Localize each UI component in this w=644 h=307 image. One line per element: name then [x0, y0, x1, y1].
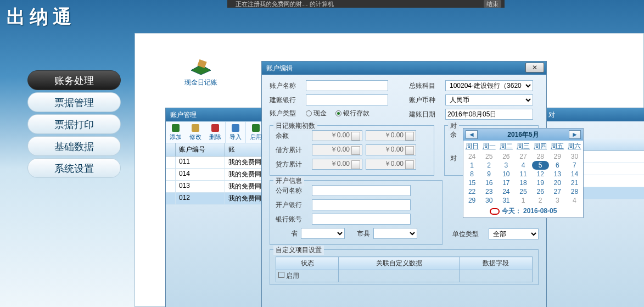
- calendar-day[interactable]: 16: [480, 178, 497, 187]
- window-reconcile-title-text: 对: [548, 111, 555, 119]
- cf-col-status: 状态: [276, 257, 339, 270]
- toolbar-添加[interactable]: 添加: [166, 122, 186, 143]
- calendar-day[interactable]: 4: [566, 196, 583, 205]
- calendar-day[interactable]: 26: [497, 152, 514, 161]
- account-name-label: 账户名称: [270, 81, 303, 91]
- calendar-day[interactable]: 20: [549, 178, 566, 187]
- radio-cash-label: 现金: [313, 109, 327, 118]
- topbar-text: 正在注册我的免费网的财… 的计算机: [236, 0, 334, 8]
- date-input[interactable]: [445, 109, 533, 120]
- calendar-day[interactable]: 8: [463, 170, 480, 178]
- calendar-day[interactable]: 31: [497, 196, 514, 205]
- calendar-day[interactable]: 12: [532, 170, 549, 178]
- calendar-day[interactable]: 2: [532, 196, 549, 205]
- calendar-day[interactable]: 13: [549, 170, 566, 178]
- calendar-weekday: 周六: [566, 141, 583, 152]
- ledger-icon: [190, 58, 212, 75]
- calendar-today-value: 2016-08-05: [523, 207, 557, 215]
- calendar-day[interactable]: 25: [480, 152, 497, 161]
- browser-topbar: 正在注册我的免费网的财… 的计算机 结束: [227, 0, 505, 8]
- window-account-edit-title-text: 账户编辑: [266, 64, 293, 72]
- topbar-end-button[interactable]: 结束: [484, 0, 501, 8]
- nav-item-1[interactable]: 票据管理: [27, 92, 121, 112]
- nav-item-2[interactable]: 票据打印: [27, 114, 121, 134]
- account-name-input[interactable]: [306, 80, 388, 91]
- calendar-day[interactable]: 9: [480, 170, 497, 178]
- calendar-day[interactable]: 6: [549, 161, 566, 170]
- col-account-no[interactable]: 账户编号: [176, 143, 225, 157]
- bank-input[interactable]: [312, 199, 411, 210]
- calendar-day[interactable]: 28: [566, 187, 583, 196]
- calendar-day[interactable]: 1: [514, 196, 531, 205]
- radio-cash[interactable]: 现金: [306, 109, 327, 118]
- bank-no-label: 银行账号: [276, 215, 309, 224]
- calendar-day[interactable]: 3: [549, 196, 566, 205]
- date-label: 建账日期: [409, 110, 442, 119]
- nav-item-0[interactable]: 账务处理: [27, 70, 121, 90]
- calendar-day[interactable]: 3: [497, 161, 514, 170]
- calendar-day[interactable]: 7: [566, 161, 583, 170]
- calendar-day[interactable]: 5: [532, 161, 549, 170]
- calendar-day[interactable]: 23: [480, 187, 497, 196]
- subject-select[interactable]: 100204-建设银行（3620）: [445, 80, 533, 91]
- cf-col-field: 数据字段: [460, 257, 533, 270]
- calendar-day[interactable]: 11: [514, 170, 531, 178]
- desk-icon-label: 现金日记账: [184, 79, 217, 86]
- calendar-day[interactable]: 24: [463, 152, 480, 161]
- calendar-day[interactable]: 28: [532, 152, 549, 161]
- calendar-day[interactable]: 30: [566, 152, 583, 161]
- toolbar-修改[interactable]: 修改: [186, 122, 205, 143]
- toolbar-导入[interactable]: 导入: [226, 122, 245, 143]
- open-bank-input[interactable]: [306, 94, 388, 105]
- credit-amt2: ￥0.00: [366, 159, 416, 170]
- calendar-day[interactable]: 15: [463, 178, 480, 187]
- custom-fields-title: 自定义项目设置: [273, 245, 324, 255]
- calendar-day[interactable]: 1: [463, 161, 480, 170]
- calendar-today-link[interactable]: 今天： 2016-08-05: [463, 205, 583, 217]
- calendar-day[interactable]: 27: [514, 152, 531, 161]
- nav-item-3[interactable]: 基础数据: [27, 136, 121, 156]
- calendar-day[interactable]: 17: [497, 178, 514, 187]
- province-select[interactable]: [301, 228, 345, 239]
- cf-col-link: 关联自定义数据: [339, 257, 460, 270]
- calendar-prev-button[interactable]: ◄: [466, 130, 478, 139]
- nav-item-4[interactable]: 系统设置: [27, 158, 121, 178]
- calendar-day[interactable]: 25: [514, 187, 531, 196]
- currency-select[interactable]: 人民币: [445, 94, 533, 105]
- rec-group-title: 对: [448, 121, 459, 131]
- calendar-day[interactable]: 14: [566, 170, 583, 178]
- calendar-day[interactable]: 24: [497, 187, 514, 196]
- checkbox-enable[interactable]: [278, 272, 284, 278]
- calendar-weekday: 周五: [549, 141, 566, 152]
- calendar-day[interactable]: 21: [566, 178, 583, 187]
- calendar-day[interactable]: 30: [480, 196, 497, 205]
- calendar-day[interactable]: 29: [549, 152, 566, 161]
- company-input[interactable]: [312, 185, 411, 196]
- balance-amt[interactable]: ￥0.00: [312, 130, 362, 141]
- debit-label: 借方累计: [276, 146, 309, 155]
- calendar-day[interactable]: 2: [480, 161, 497, 170]
- credit-amt[interactable]: ￥0.00: [312, 159, 362, 170]
- close-icon[interactable]: ✕: [525, 63, 544, 72]
- bank-no-input[interactable]: [312, 214, 411, 225]
- calendar-day[interactable]: 19: [532, 178, 549, 187]
- toolbar-删除[interactable]: 删除: [205, 122, 225, 143]
- open-info-title: 开户信息: [273, 176, 304, 186]
- window-account-list-title-text: 账户管理: [170, 111, 197, 119]
- custom-fields-table: 状态关联自定义数据数据字段 启用: [276, 256, 533, 282]
- city-select[interactable]: [373, 228, 417, 239]
- calendar-day[interactable]: 27: [549, 187, 566, 196]
- calendar-day[interactable]: 10: [497, 170, 514, 178]
- calendar-day[interactable]: 29: [463, 196, 480, 205]
- calendar-day[interactable]: 4: [514, 161, 531, 170]
- calendar-day[interactable]: 26: [532, 187, 549, 196]
- desk-icon-cash-journal[interactable]: 现金日记账: [182, 58, 220, 87]
- radio-bank-deposit[interactable]: 银行存款: [335, 109, 369, 118]
- debit-amt[interactable]: ￥0.00: [312, 144, 362, 155]
- calendar-next-button[interactable]: ►: [569, 130, 581, 139]
- calendar-day[interactable]: 18: [514, 178, 531, 187]
- calendar-title[interactable]: 2016年5月: [507, 130, 539, 139]
- unit-type-select[interactable]: 全部: [489, 228, 539, 239]
- account-type-label: 账户类型: [270, 109, 303, 118]
- calendar-day[interactable]: 22: [463, 187, 480, 196]
